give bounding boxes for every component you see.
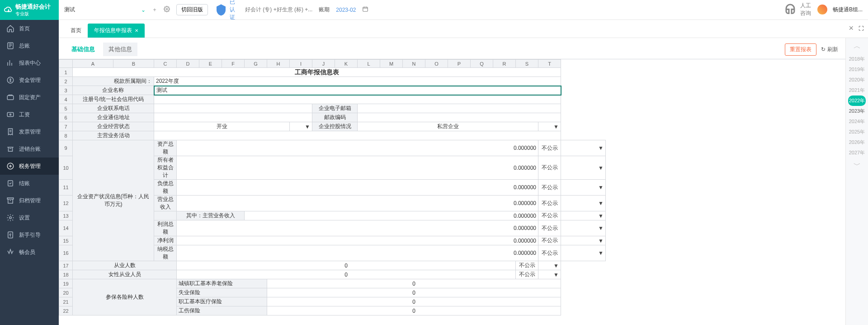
publish-select[interactable]: 不公示 — [516, 261, 538, 270]
year-option[interactable]: 2020年 — [848, 75, 866, 85]
row-header[interactable]: 6 — [59, 113, 73, 122]
col-header[interactable]: K — [335, 60, 358, 68]
sidebar-item-tax[interactable]: 税务管理 — [0, 158, 59, 175]
value-cell[interactable]: 0 — [267, 306, 561, 315]
value-cell[interactable]: 0 — [177, 270, 516, 279]
year-up-icon[interactable]: ︿ — [854, 42, 861, 51]
dropdown-icon[interactable]: ▼ — [561, 156, 606, 180]
year-option[interactable]: 2023年 — [848, 106, 866, 116]
publish-select[interactable]: 不公示 — [516, 270, 538, 279]
cell[interactable] — [154, 104, 312, 113]
dropdown-icon[interactable]: ▼ — [538, 261, 561, 270]
publish-select[interactable]: 不公示 — [538, 211, 561, 220]
publish-select[interactable]: 不公示 — [538, 220, 561, 236]
col-header[interactable]: J — [312, 60, 335, 68]
col-header[interactable]: L — [358, 60, 380, 68]
sidebar-item-fund[interactable]: 资金管理 — [0, 72, 59, 89]
row-header[interactable]: 19 — [59, 279, 73, 288]
sidebar-item-report[interactable]: 报表中心 — [0, 54, 59, 72]
col-header[interactable]: C — [154, 60, 177, 68]
sidebar-item-salary[interactable]: 工资 — [0, 106, 59, 123]
sidebar-item-asset[interactable]: 固定资产 — [0, 89, 59, 106]
dropdown-icon[interactable]: ▼ — [561, 245, 606, 261]
sheet-tab-other[interactable]: 其他信息 — [103, 43, 137, 56]
sidebar-item-archive[interactable]: 归档管理 — [0, 192, 59, 209]
year-option[interactable]: 2019年 — [848, 64, 866, 75]
period-value[interactable]: 2023-02 — [336, 7, 356, 13]
row-header[interactable]: 17 — [59, 261, 73, 270]
value-cell[interactable]: 0.000000 — [177, 180, 538, 196]
row-header[interactable]: 1 — [59, 68, 73, 77]
row-header[interactable]: 5 — [59, 104, 73, 113]
row-header[interactable]: 20 — [59, 288, 73, 297]
year-option[interactable]: 2024年 — [848, 116, 866, 127]
row-header[interactable]: 14 — [59, 220, 73, 236]
col-header[interactable]: R — [493, 60, 516, 68]
dropdown-icon[interactable]: ▼ — [561, 220, 606, 236]
row-header[interactable]: 9 — [59, 140, 73, 156]
col-header[interactable]: Q — [471, 60, 493, 68]
row-header[interactable]: 4 — [59, 95, 73, 104]
publish-select[interactable]: 不公示 — [538, 196, 561, 211]
username[interactable]: 畅捷通B组... — [833, 6, 863, 14]
year-option[interactable]: 2022年 — [848, 96, 866, 106]
col-header[interactable]: M — [380, 60, 403, 68]
publish-select[interactable]: 不公示 — [538, 140, 561, 156]
dropdown-icon[interactable]: ▼ — [561, 211, 606, 220]
fullscreen-icon[interactable] — [858, 24, 864, 33]
cell[interactable]: 开业 — [154, 122, 290, 131]
dropdown-icon[interactable]: ▼ — [561, 196, 606, 211]
add-icon[interactable]: ＋ — [152, 6, 157, 14]
company-selector[interactable]: 测试 ⌄ — [64, 6, 146, 14]
value-cell[interactable]: 0.000000 — [245, 211, 538, 220]
row-header[interactable]: 8 — [59, 131, 73, 140]
tab-home[interactable]: 首页 — [64, 24, 88, 38]
close-all-icon[interactable]: × — [849, 24, 854, 33]
year-option[interactable]: 2021年 — [848, 85, 866, 96]
row-header[interactable]: 10 — [59, 156, 73, 180]
row-header[interactable]: 13 — [59, 211, 73, 220]
avatar[interactable] — [817, 5, 827, 14]
cell[interactable] — [358, 104, 561, 113]
sidebar-item-stock[interactable]: 进销台账 — [0, 140, 59, 158]
year-option[interactable]: 2027年 — [848, 148, 866, 158]
dropdown-icon[interactable]: ▼ — [561, 140, 606, 156]
col-header[interactable]: H — [267, 60, 290, 68]
sidebar-item-ledger[interactable]: 总账 — [0, 37, 59, 54]
cell[interactable] — [358, 113, 561, 122]
corner-cell[interactable] — [59, 60, 73, 68]
col-header[interactable]: E — [199, 60, 222, 68]
gear-icon[interactable] — [164, 6, 170, 14]
col-header[interactable]: G — [245, 60, 267, 68]
col-header[interactable]: N — [403, 60, 425, 68]
spreadsheet[interactable]: ABCDEFGHIJKLMNOPQRST1工商年报信息表2税款所属期间：2022… — [59, 59, 845, 325]
sidebar-item-vip[interactable]: 畅会员 — [0, 244, 59, 261]
row-header[interactable]: 11 — [59, 180, 73, 196]
sidebar-item-close-books[interactable]: 结账 — [0, 175, 59, 192]
value-cell[interactable]: 0 — [267, 288, 561, 297]
col-header[interactable]: O — [425, 60, 448, 68]
col-header[interactable]: B — [113, 60, 154, 68]
switch-old-button[interactable]: 切回旧版 — [176, 4, 208, 15]
value-cell[interactable]: 0.000000 — [177, 156, 538, 180]
company-name-cell[interactable]: 测试 — [154, 86, 561, 95]
col-header[interactable]: D — [177, 60, 199, 68]
row-header[interactable]: 16 — [59, 245, 73, 261]
value-cell[interactable]: 0 — [267, 297, 561, 306]
refresh-button[interactable]: ↻ 刷新 — [821, 43, 838, 56]
cell[interactable]: 私营企业 — [358, 122, 538, 131]
col-header[interactable]: T — [538, 60, 561, 68]
publish-select[interactable]: 不公示 — [538, 156, 561, 180]
col-header[interactable]: A — [73, 60, 113, 68]
value-cell[interactable]: 0 — [177, 261, 516, 270]
col-header[interactable]: S — [516, 60, 538, 68]
dropdown-icon[interactable]: ▼ — [538, 270, 561, 279]
dropdown-icon[interactable]: ▼ — [538, 122, 561, 131]
col-header[interactable]: I — [290, 60, 312, 68]
row-header[interactable]: 15 — [59, 236, 73, 245]
row-header[interactable]: 18 — [59, 270, 73, 279]
year-down-icon[interactable]: ﹀ — [854, 161, 861, 170]
dropdown-icon[interactable]: ▼ — [561, 180, 606, 196]
cell[interactable] — [154, 95, 561, 104]
cell[interactable] — [154, 131, 561, 140]
